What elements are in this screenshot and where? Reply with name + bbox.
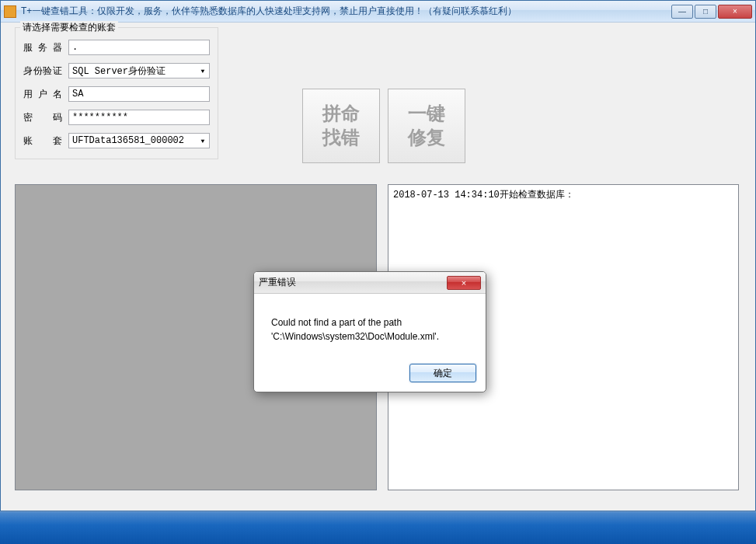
find-errors-button[interactable]: 拼命 找错	[302, 89, 380, 163]
ok-button[interactable]: 确定	[409, 364, 476, 382]
password-input[interactable]	[68, 110, 210, 125]
chevron-down-icon: ▼	[197, 64, 209, 78]
server-label: 服务器	[23, 41, 68, 54]
dialog-footer: 确定	[254, 357, 486, 392]
group-legend: 请选择需要检查的账套	[20, 21, 118, 34]
account-selection-group: 请选择需要检查的账套 服务器 身份验证 SQL Server身份验证 ▼ 用户名…	[15, 27, 218, 159]
account-select[interactable]: UFTData136581_000002 ▼	[68, 133, 210, 148]
row-user: 用户名	[23, 85, 210, 103]
account-value: UFTData136581_000002	[72, 135, 184, 146]
one-click-fix-button[interactable]: 一键 修复	[388, 89, 465, 163]
window-title: T+一键查错工具：仅限开发，服务，伙伴等熟悉数据库的人快速处理支持网，禁止用户直…	[21, 5, 670, 18]
find-errors-label: 拼命 找错	[322, 102, 360, 150]
auth-value: SQL Server身份验证	[72, 65, 165, 78]
chevron-down-icon: ▼	[197, 134, 209, 148]
password-label: 密 码	[23, 111, 68, 124]
titlebar[interactable]: T+一键查错工具：仅限开发，服务，伙伴等熟悉数据库的人快速处理支持网，禁止用户直…	[1, 1, 755, 23]
dialog-close-button[interactable]: ×	[447, 276, 481, 290]
client-area: 请选择需要检查的账套 服务器 身份验证 SQL Server身份验证 ▼ 用户名…	[1, 23, 755, 511]
error-message-line1: Could not find a part of the path	[271, 316, 469, 330]
auth-label: 身份验证	[23, 65, 68, 78]
user-input[interactable]	[68, 86, 210, 102]
auth-select[interactable]: SQL Server身份验证 ▼	[68, 63, 210, 78]
dialog-titlebar[interactable]: 严重错误 ×	[254, 272, 486, 294]
ok-label: 确定	[434, 367, 452, 380]
taskbar[interactable]	[0, 511, 756, 544]
close-icon: ×	[462, 278, 466, 288]
dialog-body: Could not find a part of the path 'C:\Wi…	[254, 294, 486, 357]
maximize-button[interactable]: □	[695, 5, 716, 19]
one-click-fix-label: 一键 修复	[408, 102, 445, 150]
error-dialog: 严重错误 × Could not find a part of the path…	[253, 271, 486, 392]
row-server: 服务器	[23, 39, 210, 56]
log-line: 2018-07-13 14:34:10开始检查数据库：	[393, 188, 733, 201]
main-window: T+一键查错工具：仅限开发，服务，伙伴等熟悉数据库的人快速处理支持网，禁止用户直…	[0, 0, 756, 511]
account-label: 账 套	[23, 134, 68, 148]
row-auth: 身份验证 SQL Server身份验证 ▼	[23, 62, 210, 79]
dialog-title: 严重错误	[259, 276, 447, 289]
minimize-button[interactable]: —	[671, 5, 693, 19]
server-input[interactable]	[68, 40, 210, 55]
row-password: 密 码	[23, 109, 210, 126]
error-message-line2: 'C:\Windows\system32\Doc\Module.xml'.	[271, 330, 469, 343]
row-account: 账 套 UFTData136581_000002 ▼	[23, 132, 210, 149]
user-label: 用户名	[23, 88, 68, 101]
close-button[interactable]: ×	[718, 5, 752, 19]
app-icon	[4, 5, 16, 18]
window-controls: — □ ×	[670, 5, 752, 19]
